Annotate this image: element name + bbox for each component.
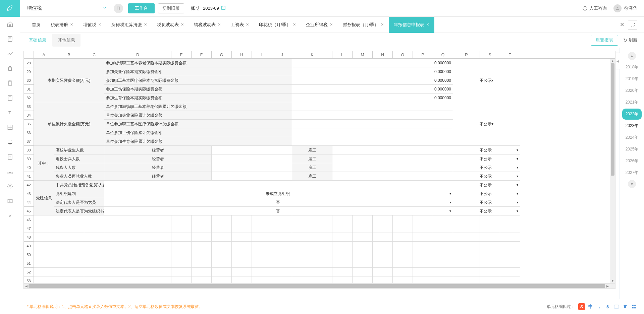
cell[interactable] xyxy=(104,181,453,189)
cell[interactable]: 经营者 xyxy=(104,154,212,163)
refresh-button[interactable]: 刷新 xyxy=(623,37,637,43)
cell[interactable]: 雇工 xyxy=(292,154,332,163)
cell[interactable] xyxy=(353,276,373,283)
cell[interactable] xyxy=(453,250,480,259)
cell[interactable] xyxy=(272,259,292,268)
dropdown-cell[interactable]: 不公示 xyxy=(453,59,520,102)
col-header[interactable]: M xyxy=(353,51,373,58)
cell[interactable] xyxy=(332,276,353,283)
row-header[interactable]: 47 xyxy=(24,224,34,233)
cell[interactable] xyxy=(373,242,393,250)
row-header[interactable]: 31 xyxy=(24,85,34,93)
cell[interactable] xyxy=(480,259,500,268)
doc-circle-icon[interactable] xyxy=(114,4,123,13)
cell[interactable] xyxy=(34,268,54,276)
cell[interactable] xyxy=(54,224,84,233)
col-header[interactable]: Q xyxy=(433,51,453,58)
cell[interactable] xyxy=(212,242,232,250)
cell[interactable]: 0.000000 xyxy=(292,85,453,93)
row-header[interactable]: 40 xyxy=(24,163,34,172)
cell[interactable] xyxy=(433,215,453,224)
cell[interactable] xyxy=(413,215,433,224)
cell[interactable]: 退役士兵人数 xyxy=(54,154,104,163)
cell[interactable] xyxy=(433,224,453,233)
cell[interactable] xyxy=(373,276,393,283)
year-item[interactable]: 2026年 xyxy=(622,155,642,167)
cell[interactable] xyxy=(104,259,171,268)
cell[interactable]: 否 xyxy=(104,207,453,215)
cell[interactable] xyxy=(272,242,292,250)
tab-item[interactable]: 企业所得税✕ xyxy=(301,17,338,33)
cell[interactable] xyxy=(212,276,232,283)
cell[interactable]: 雇工 xyxy=(292,163,332,172)
cell[interactable]: 党组织建制 xyxy=(54,189,104,198)
year-item[interactable]: 2023年 xyxy=(622,120,642,131)
cell[interactable] xyxy=(393,268,413,276)
cell[interactable] xyxy=(252,224,272,233)
year-up-icon[interactable]: ▲ xyxy=(628,52,636,60)
col-header[interactable]: C xyxy=(84,51,104,58)
cell[interactable] xyxy=(373,268,393,276)
col-header[interactable]: F xyxy=(192,51,212,58)
cell[interactable]: 单位参加职工基本医疗保险累计欠缴金额 xyxy=(104,120,292,128)
expand-tabs-icon[interactable]: ⛶ xyxy=(628,20,637,29)
row-header[interactable]: 50 xyxy=(24,250,34,259)
cell[interactable] xyxy=(212,233,232,242)
sheet-body[interactable]: 本期实际缴费金额(万元)单位累计欠缴金额(万元)其中：党建信息不公示不公示28参… xyxy=(24,59,610,283)
ime-keyboard-icon[interactable] xyxy=(613,303,620,310)
cell[interactable] xyxy=(252,268,272,276)
nav-text-icon[interactable]: T xyxy=(0,105,20,120)
cell[interactable] xyxy=(433,250,453,259)
cell[interactable] xyxy=(500,215,520,224)
cell[interactable] xyxy=(353,242,373,250)
tab-close-icon[interactable]: ✕ xyxy=(293,22,296,27)
merged-cell[interactable]: 本期实际缴费金额(万元) xyxy=(34,59,104,102)
row-header[interactable]: 48 xyxy=(24,233,34,242)
tab-item[interactable]: 首页 xyxy=(27,17,46,33)
cell[interactable] xyxy=(212,259,232,268)
cell[interactable] xyxy=(252,215,272,224)
cell[interactable] xyxy=(232,250,252,259)
row-header[interactable]: 52 xyxy=(24,268,34,276)
cell[interactable] xyxy=(373,224,393,233)
row-header[interactable]: 42 xyxy=(24,181,34,189)
cell[interactable] xyxy=(84,268,104,276)
user-avatar[interactable] xyxy=(613,4,622,12)
cell[interactable] xyxy=(393,242,413,250)
ime-shirt-icon[interactable] xyxy=(622,303,629,310)
cell[interactable] xyxy=(480,233,500,242)
cell[interactable] xyxy=(252,233,272,242)
cell[interactable] xyxy=(171,259,192,268)
row-header[interactable]: 34 xyxy=(24,111,34,120)
cell[interactable] xyxy=(413,268,433,276)
cell[interactable] xyxy=(104,250,171,259)
tab-close-icon[interactable]: ✕ xyxy=(246,22,249,27)
cell[interactable] xyxy=(34,250,54,259)
cell[interactable] xyxy=(353,215,373,224)
cell[interactable] xyxy=(393,276,413,283)
cell[interactable] xyxy=(104,242,171,250)
cell[interactable] xyxy=(272,233,292,242)
tab-close-icon[interactable]: ✕ xyxy=(426,22,429,27)
nav-doc-icon[interactable] xyxy=(0,32,20,46)
cell[interactable]: 0.000000 xyxy=(292,59,453,67)
cell[interactable] xyxy=(292,137,453,146)
cell[interactable]: 未成立党组织 xyxy=(104,189,453,198)
cell[interactable] xyxy=(480,268,500,276)
subtab-basic[interactable]: 基础信息 xyxy=(23,34,52,47)
row-header[interactable]: 29 xyxy=(24,67,34,76)
cell[interactable]: 经营者 xyxy=(104,172,212,181)
ime-mic-icon[interactable] xyxy=(604,303,611,310)
cell[interactable]: 不公示 xyxy=(453,146,520,154)
cell[interactable] xyxy=(252,259,272,268)
nav-clipboard-icon[interactable] xyxy=(0,76,20,90)
cell[interactable] xyxy=(232,242,252,250)
cell[interactable] xyxy=(171,250,192,259)
nav-export-icon[interactable] xyxy=(0,149,20,164)
close-all-tabs-icon[interactable]: ✕ xyxy=(617,20,627,29)
tab-close-icon[interactable]: ✕ xyxy=(218,22,221,27)
col-header[interactable]: H xyxy=(232,51,252,58)
cell[interactable] xyxy=(192,242,212,250)
cell[interactable] xyxy=(353,259,373,268)
cell[interactable]: 参加生育保险本期实际缴费金额 xyxy=(104,93,292,102)
